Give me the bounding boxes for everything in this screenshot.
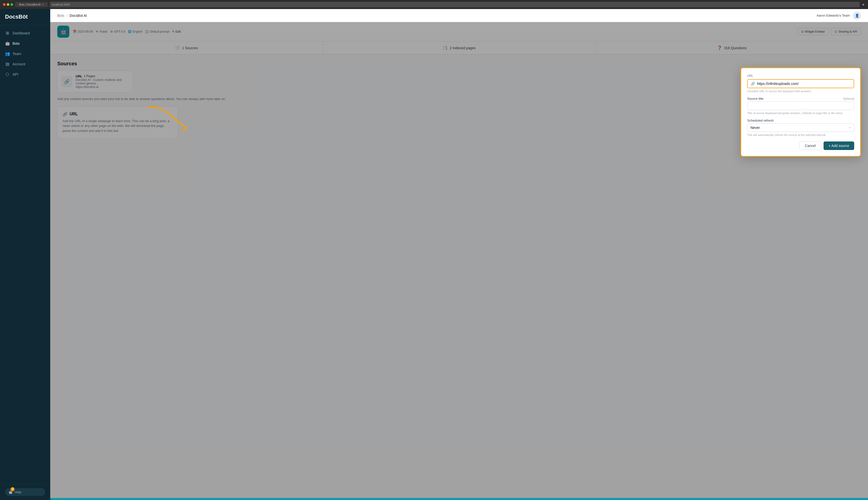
source-title-label-row: Source title Optional [747, 97, 854, 101]
url-input-icon: 🔗 [751, 82, 755, 86]
sidebar-item-team[interactable]: 👥 Team [0, 48, 50, 59]
breadcrumb: Bots › DocsBot AI [57, 14, 87, 18]
dashboard-icon: ⊞ [5, 31, 10, 35]
sidebar-item-dashboard[interactable]: ⊞ Dashboard [0, 28, 50, 38]
team-icon: 👥 [5, 51, 10, 56]
sidebar-label-dashboard: Dashboard [13, 31, 30, 35]
form-actions: Cancel + Add source [747, 141, 854, 150]
browser-chrome: Bots | DocsBot AI ✕ localhost:3000 ★ [0, 0, 868, 9]
sidebar: DocsBöt ⊞ Dashboard 🤖 Bots 👥 Team ▤ Acco… [0, 9, 50, 500]
app-layout: DocsBöt ⊞ Dashboard 🤖 Bots 👥 Team ▤ Acco… [0, 9, 868, 500]
add-source-button[interactable]: + Add source [823, 141, 854, 150]
sidebar-item-account[interactable]: ▤ Account [0, 59, 50, 69]
sidebar-item-api[interactable]: ⬡ API [0, 69, 50, 79]
close-dot[interactable] [3, 3, 5, 6]
sidebar-label-team: Team [13, 52, 21, 56]
url-text: localhost:3000 [52, 3, 70, 6]
tab-close-icon[interactable]: ✕ [42, 3, 44, 6]
scheduled-refresh-hint: This will automatically refresh the sour… [747, 134, 854, 136]
breadcrumb-separator: › [66, 14, 68, 18]
sidebar-item-bots[interactable]: 🤖 Bots [0, 38, 50, 48]
top-header: Bots › DocsBot AI Aaron Edwards's Team 👤 [50, 9, 868, 22]
sidebar-label-api: API [13, 72, 18, 76]
bookmark-icon[interactable]: ★ [862, 2, 865, 7]
help-label: Help [14, 490, 21, 494]
header-right: Aaron Edwards's Team 👤 [817, 12, 861, 20]
scheduled-refresh-label: Scheduled refresh [747, 118, 854, 122]
add-source-form: URL 🔗 Clickable URL or source link displ… [740, 67, 861, 157]
api-icon: ⬡ [5, 72, 10, 77]
help-button[interactable]: 4 🤖 Help [5, 488, 45, 496]
account-icon: ▤ [5, 61, 10, 66]
bots-icon: 🤖 [5, 41, 10, 46]
teal-bottom-bar [50, 498, 868, 500]
content-area: 🤖 📅 2023-09-09 👁 Public [50, 22, 868, 498]
breadcrumb-current: DocsBot AI [70, 14, 87, 18]
url-hint: Clickable URL or source link displayed w… [747, 90, 854, 93]
url-input-wrap: 🔗 [747, 79, 854, 88]
team-name: Aaron Edwards's Team [817, 14, 850, 17]
sidebar-label-account: Account [13, 62, 25, 66]
url-field-label: URL [747, 74, 854, 78]
window-controls [3, 3, 13, 6]
scheduled-refresh-select[interactable]: Never Daily Weekly Monthly [747, 123, 854, 132]
minimize-dot[interactable] [7, 3, 9, 6]
avatar[interactable]: 👤 [853, 12, 861, 20]
logo-text: DocsBöt [5, 14, 27, 20]
help-badge: 4 [11, 487, 14, 491]
cancel-button[interactable]: Cancel [799, 141, 821, 150]
source-title-hint: Title of source displayed alongside answ… [747, 112, 854, 115]
sidebar-bottom: 4 🤖 Help [0, 484, 50, 500]
avatar-icon: 👤 [855, 14, 859, 18]
optional-label: Optional [843, 97, 854, 101]
tab-title: Bots | DocsBot AI [19, 3, 40, 6]
source-title-label: Source title [747, 97, 764, 101]
main-content: Bots › DocsBot AI Aaron Edwards's Team 👤… [50, 9, 868, 500]
logo[interactable]: DocsBöt [5, 14, 45, 20]
sidebar-label-bots: Bots [13, 42, 20, 45]
source-title-input[interactable] [747, 102, 854, 110]
browser-tab[interactable]: Bots | DocsBot AI ✕ [15, 2, 48, 7]
sidebar-nav: ⊞ Dashboard 🤖 Bots 👥 Team ▤ Account ⬡ AP… [0, 25, 50, 484]
maximize-dot[interactable] [11, 3, 13, 6]
logo-area: DocsBöt [0, 9, 50, 25]
url-input[interactable] [757, 82, 851, 86]
breadcrumb-parent[interactable]: Bots [57, 14, 64, 18]
url-bar[interactable]: localhost:3000 [50, 2, 860, 7]
